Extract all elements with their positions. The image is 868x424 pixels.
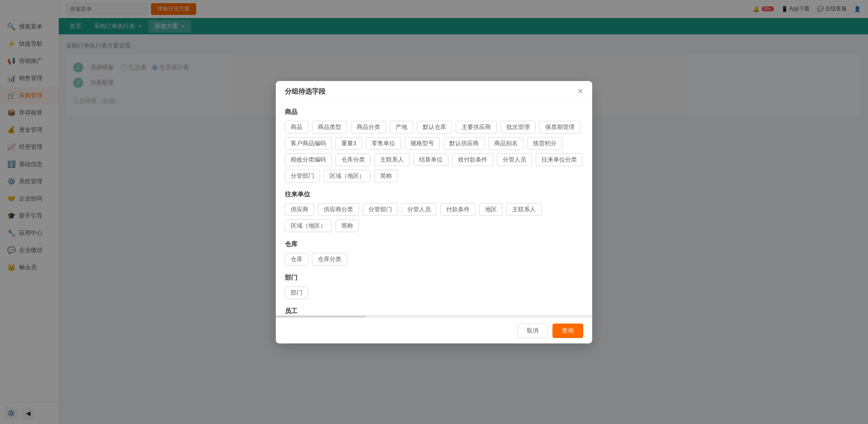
field-tag-short-name-goods[interactable]: 简称 (374, 170, 398, 182)
field-tag-supplier[interactable]: 供应商 (285, 203, 314, 216)
field-tag-partner-category[interactable]: 往来单位分类 (536, 153, 583, 166)
field-tag-settlement-unit[interactable]: 结算单位 (413, 153, 448, 166)
field-tag-goods[interactable]: 商品 (285, 121, 308, 133)
modal-close-btn[interactable]: ✕ (577, 88, 583, 95)
field-tag-payment-terms[interactable]: 收付款条件 (452, 153, 493, 166)
section-partner-tags: 供应商 供应商分类 分管部门 分管人员 付款条件 地区 主联系人 区域（地区） … (285, 203, 583, 232)
field-tag-goods-alias[interactable]: 商品别名 (488, 137, 524, 150)
modal-body: 商品 商品 商品类型 商品分类 产地 默认仓库 主要供应商 批次管理 保质期管理… (276, 101, 592, 315)
field-tag-retail-unit[interactable]: 零售单位 (366, 137, 401, 150)
field-tag-pick-points[interactable]: 拣货积分 (527, 137, 562, 150)
field-tag-weight3[interactable]: 重量3 (335, 137, 362, 150)
field-tag-partner-area[interactable]: 区域（地区） (285, 219, 332, 232)
field-tag-partner-dept[interactable]: 分管部门 (363, 203, 398, 216)
modal-header: 分组待选字段 ✕ (276, 81, 592, 101)
field-tag-default-warehouse[interactable]: 默认仓库 (417, 121, 452, 133)
section-dept-tags: 部门 (285, 286, 583, 299)
field-tag-goods-category[interactable]: 商品分类 (351, 121, 386, 133)
section-partner-title: 往来单位 (285, 191, 583, 199)
field-tag-goods-type[interactable]: 商品类型 (312, 121, 347, 133)
field-tag-partner-payment[interactable]: 付款条件 (440, 203, 476, 216)
field-tag-default-supplier[interactable]: 默认供应商 (443, 137, 485, 150)
field-tag-dept[interactable]: 部门 (285, 286, 308, 299)
field-tag-main-supplier[interactable]: 主要供应商 (456, 121, 497, 133)
field-tag-supplier-category[interactable]: 供应商分类 (318, 203, 359, 216)
section-dept: 部门 部门 (285, 274, 583, 299)
field-tag-warehouse-category[interactable]: 仓库分类 (335, 153, 371, 166)
modal-title: 分组待选字段 (285, 87, 326, 96)
field-tag-partner-short[interactable]: 简称 (335, 219, 359, 232)
modal-confirm-btn[interactable]: 查询 (552, 324, 583, 338)
modal-horizontal-scrollbar[interactable] (276, 315, 592, 318)
field-tag-spec-model[interactable]: 规格型号 (405, 137, 440, 150)
field-tag-main-contact[interactable]: 主联系人 (374, 153, 410, 166)
field-tag-partner-contact[interactable]: 主联系人 (506, 203, 542, 216)
field-tag-expiry-mgmt[interactable]: 保质期管理 (539, 121, 580, 133)
section-goods-tags: 商品 商品类型 商品分类 产地 默认仓库 主要供应商 批次管理 保质期管理 客户… (285, 121, 583, 182)
section-warehouse: 仓库 仓库 仓库分类 (285, 240, 583, 266)
field-tag-origin[interactable]: 产地 (390, 121, 413, 133)
modal-cancel-btn[interactable]: 取消 (517, 324, 548, 338)
section-partner: 往来单位 供应商 供应商分类 分管部门 分管人员 付款条件 地区 主联系人 区域… (285, 191, 583, 232)
field-tag-partner-region[interactable]: 地区 (479, 203, 503, 216)
field-tag-dept-manager[interactable]: 分管部门 (285, 170, 320, 182)
section-warehouse-tags: 仓库 仓库分类 (285, 253, 583, 266)
field-selection-modal: 分组待选字段 ✕ 商品 商品 商品类型 商品分类 产地 默认仓库 主要供应商 批… (276, 81, 592, 343)
field-tag-warehouse[interactable]: 仓库 (285, 253, 308, 266)
modal-overlay: 分组待选字段 ✕ 商品 商品 商品类型 商品分类 产地 默认仓库 主要供应商 批… (0, 0, 868, 424)
section-goods: 商品 商品 商品类型 商品分类 产地 默认仓库 主要供应商 批次管理 保质期管理… (285, 108, 583, 182)
section-warehouse-title: 仓库 (285, 240, 583, 248)
section-goods-title: 商品 (285, 108, 583, 116)
modal-footer: 取消 查询 (276, 318, 592, 343)
section-employee: 员工 业务员 (285, 307, 583, 315)
section-dept-title: 部门 (285, 274, 583, 282)
field-tag-manager[interactable]: 分管人员 (497, 153, 532, 166)
field-tag-partner-manager[interactable]: 分管人员 (401, 203, 437, 216)
modal-hscroll-thumb (276, 316, 366, 317)
field-tag-warehouse-cat[interactable]: 仓库分类 (312, 253, 347, 266)
section-employee-title: 员工 (285, 307, 583, 315)
field-tag-region-goods[interactable]: 区域（地区） (324, 170, 371, 182)
field-tag-tax-code[interactable]: 税收分类编码 (285, 153, 332, 166)
field-tag-customer-code[interactable]: 客户商品编码 (285, 137, 332, 150)
field-tag-batch-mgmt[interactable]: 批次管理 (500, 121, 536, 133)
